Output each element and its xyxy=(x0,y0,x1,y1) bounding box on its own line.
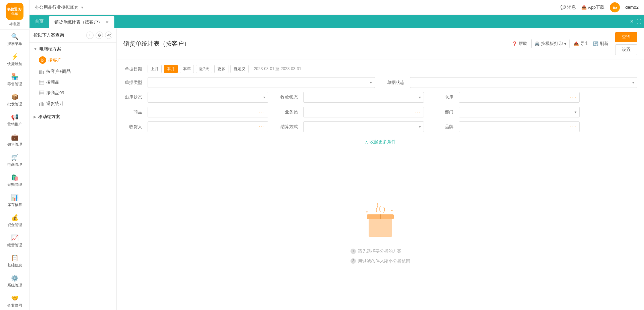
svg-rect-11 xyxy=(39,103,40,106)
sidebar: 畅捷通 好生意 标准版 🔍 搜索菜单 ⚡ 快捷导航 🏪 零售管理 📦 批发管理 … xyxy=(0,0,30,310)
receiver-select[interactable]: ··· xyxy=(148,121,268,132)
goods-select[interactable]: ··· xyxy=(148,107,268,117)
tab-close-icon[interactable]: ✕ xyxy=(106,20,109,24)
query-btn[interactable]: 查询 xyxy=(615,32,637,42)
sidebar-item-sales[interactable]: 💼 销售管理 xyxy=(0,130,29,150)
export-label: 导出 xyxy=(580,41,589,47)
export-icon: 📤 xyxy=(574,41,579,46)
sidebar-item-purchase[interactable]: 🛍️ 采购管理 xyxy=(0,170,29,191)
active-scheme-circle: 按 xyxy=(39,56,46,64)
scheme-group-pc-header[interactable]: ▼ 电脑端方案 xyxy=(30,44,116,54)
date-btn-7days[interactable]: 近7天 xyxy=(196,65,212,73)
chart-multi-icon xyxy=(39,69,44,74)
doc-type-select[interactable]: ▾ xyxy=(148,77,375,88)
collapse-arrow-icon: ∧ xyxy=(365,140,368,145)
sidebar-item-basic-info[interactable]: 📋 基础信息 xyxy=(0,251,29,271)
empty-text: 1 请先选择要分析的方案 2 用过滤条件来缩小分析范围 xyxy=(351,247,410,265)
settlement-select[interactable]: ▾ xyxy=(303,121,424,132)
out-status-select[interactable]: ▾ xyxy=(148,92,268,103)
maximize-icon[interactable]: ⛶ xyxy=(637,19,641,24)
date-btn-custom[interactable]: 自定义 xyxy=(230,65,249,73)
export-btn[interactable]: 📤 导出 xyxy=(574,41,589,47)
sidebar-item-wholesale[interactable]: 📦 批发管理 xyxy=(0,90,29,110)
scheme-settings-btn[interactable]: ⚙ xyxy=(96,32,103,39)
print-btn[interactable]: 🖨️ 按模板打印 ▾ xyxy=(531,39,570,48)
tab-bar: 首页 销货单统计表（按客户） ✕ ✕ ⛶ xyxy=(30,15,644,28)
brand-select[interactable]: ··· xyxy=(459,121,580,132)
scheme-item-by-customer-goods[interactable]: 按客户+商品 xyxy=(30,66,116,77)
print-label: 按模板打印 xyxy=(541,41,563,47)
scheme-item-by-customer[interactable]: 按 按客户 xyxy=(30,54,116,66)
scheme-add-btn[interactable]: + xyxy=(86,32,94,39)
out-status-label: 出库状态 xyxy=(123,94,142,100)
scheme-item-by-goods-99[interactable]: 按商品99 xyxy=(30,88,116,98)
refresh-btn[interactable]: 🔄 刷新 xyxy=(593,41,608,47)
sidebar-item-quick-nav[interactable]: ⚡ 快捷导航 xyxy=(0,50,29,70)
warehouse-select[interactable]: ··· xyxy=(459,92,580,103)
date-btn-last-month[interactable]: 上月 xyxy=(148,65,162,73)
table-icon xyxy=(39,80,44,85)
scheme-panel-title: 按以下方案查询 xyxy=(34,32,64,38)
username[interactable]: demo2 xyxy=(625,5,639,10)
scheme-item-by-goods[interactable]: 按商品 xyxy=(30,77,116,88)
filter-row-doc: 单据类型 ▾ 单据状态 ▾ xyxy=(123,77,637,88)
receipt-status-select[interactable]: ▾ xyxy=(303,92,424,103)
mobile-group-name: 移动端方案 xyxy=(38,114,60,120)
refresh-icon: 🔄 xyxy=(593,41,598,46)
download-icon: 📥 xyxy=(581,5,587,10)
date-btn-this-month[interactable]: 本月 xyxy=(164,65,178,73)
scheme-group-mobile-header[interactable]: ▶ 移动端方案 xyxy=(30,112,116,122)
scheme-item-return-stat[interactable]: 退货统计 xyxy=(30,98,116,109)
salesperson-label: 业务员 xyxy=(279,109,298,115)
sidebar-item-ecommerce[interactable]: 🛒 电商管理 xyxy=(0,150,29,170)
basic-info-icon: 📋 xyxy=(11,254,18,262)
settings-btn[interactable]: 设置 xyxy=(615,44,637,55)
salesperson-more-icon: ··· xyxy=(415,109,421,115)
messages-btn[interactable]: 💬 消息 xyxy=(560,4,576,10)
scheme-collapse-btn[interactable]: ≪ xyxy=(105,32,112,39)
app-download-btn[interactable]: 📥 App下载 xyxy=(581,4,604,10)
empty-hint-1: 1 请先选择要分析的方案 xyxy=(351,247,410,255)
receiver-label: 收货人 xyxy=(123,124,142,130)
sidebar-item-finance[interactable]: 💰 资金管理 xyxy=(0,211,29,231)
receipt-status-arrow: ▾ xyxy=(419,95,421,100)
marketing-icon: 📢 xyxy=(11,113,18,121)
empty-hint-2-text: 用过滤条件来缩小分析范围 xyxy=(358,257,410,265)
doc-status-select[interactable]: ▾ xyxy=(410,77,637,88)
sidebar-item-system[interactable]: ⚙️ 系统管理 xyxy=(0,271,29,291)
filter-row-receiver: 收货人 ··· 结算方式 ▾ 品牌 ··· xyxy=(123,121,637,132)
salesperson-select[interactable]: ··· xyxy=(303,107,424,117)
page-title: 销货单统计表（按客户） xyxy=(123,40,190,48)
department-arrow: ▾ xyxy=(575,110,577,114)
collapse-btn[interactable]: ∧ 收起更多条件 xyxy=(365,139,396,145)
sidebar-item-retail[interactable]: 🏪 零售管理 xyxy=(0,70,29,90)
search-icon: 🔍 xyxy=(11,33,18,40)
svg-rect-15 xyxy=(369,217,392,237)
avatar[interactable]: Ea xyxy=(610,2,620,12)
print-dropdown-arrow: ▾ xyxy=(564,41,567,46)
tab-sales-stat[interactable]: 销货单统计表（按客户） ✕ xyxy=(49,16,114,28)
help-btn[interactable]: ❓ 帮助 xyxy=(512,41,527,47)
sidebar-item-inventory[interactable]: 📊 库存核算 xyxy=(0,191,29,211)
sidebar-item-marketing[interactable]: 📢 营销推广 xyxy=(0,110,29,130)
doc-status-label: 单据状态 xyxy=(386,80,405,86)
tab-maximize-actions: ✕ ⛶ xyxy=(630,19,644,24)
sidebar-item-search-menu[interactable]: 🔍 搜索菜单 xyxy=(0,30,29,50)
tab-home[interactable]: 首页 xyxy=(30,15,49,28)
messages-label: 消息 xyxy=(567,4,576,10)
date-btn-more[interactable]: 更多 xyxy=(214,65,228,73)
receiver-more-icon: ··· xyxy=(259,124,265,130)
sidebar-item-cooperation[interactable]: 🤝 企业协同 xyxy=(0,291,29,310)
home-tab-label: 首页 xyxy=(35,18,44,24)
close-window-icon[interactable]: ✕ xyxy=(630,19,634,24)
department-select[interactable]: ▾ xyxy=(459,107,580,117)
header-dropdown-icon[interactable]: ▾ xyxy=(81,5,83,10)
pc-group-arrow-icon: ▼ xyxy=(34,47,37,51)
date-label: 单据日期 xyxy=(123,66,142,72)
step-2-num: 2 xyxy=(351,258,356,264)
sidebar-item-operations[interactable]: 📈 经营管理 xyxy=(0,231,29,251)
empty-hint-1-text: 请先选择要分析的方案 xyxy=(358,247,401,255)
svg-rect-13 xyxy=(42,102,43,106)
date-btn-this-year[interactable]: 本年 xyxy=(180,65,194,73)
settlement-label: 结算方式 xyxy=(279,124,298,130)
